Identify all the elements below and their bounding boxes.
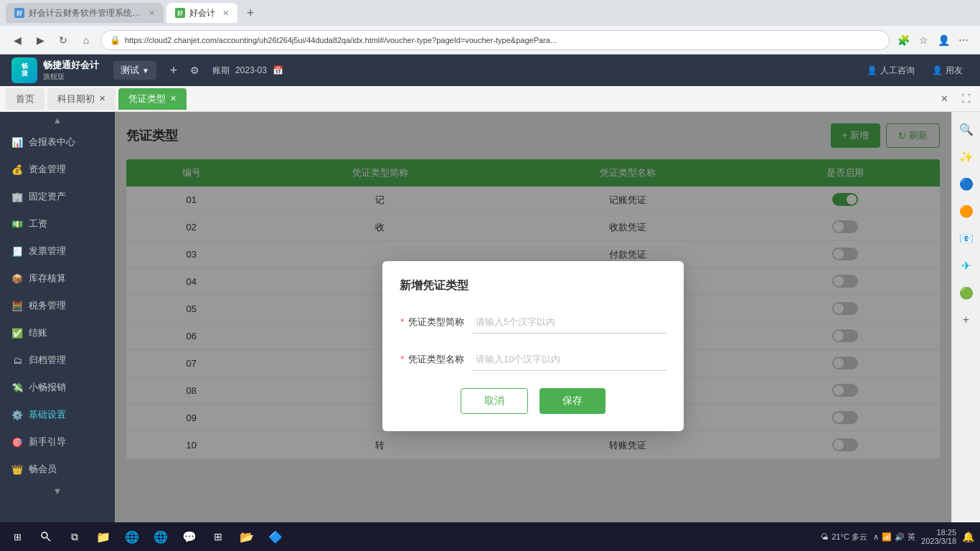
- right-icon-blue[interactable]: 🔵: [955, 172, 978, 195]
- company-name: 测试: [121, 64, 139, 77]
- taskbar-wechat[interactable]: 💬: [178, 525, 201, 548]
- taskbar-browser2[interactable]: 🔷: [264, 525, 287, 548]
- maximize-tab-btn[interactable]: ⛶: [957, 90, 974, 108]
- form-label-code: * 凭证类型简称: [400, 316, 464, 329]
- sidebar-scroll-down[interactable]: ▼: [0, 483, 115, 499]
- taskbar-edge[interactable]: 🌐: [149, 525, 172, 548]
- fund-icon: 💰: [11, 164, 23, 175]
- tab-close-1[interactable]: ✕: [149, 9, 155, 18]
- header-actions: + ⚙: [165, 62, 204, 79]
- tab-voucher-label: 凭证类型: [128, 93, 166, 105]
- lang-indicator: 英: [908, 532, 915, 542]
- sidebar-item-expense[interactable]: 💸 小畅报销: [0, 374, 115, 401]
- sidebar-item-settings-label: 基础设置: [29, 408, 66, 421]
- weather-icon: 🌤: [821, 532, 829, 541]
- sidebar-item-member[interactable]: 👑 畅会员: [0, 456, 115, 483]
- tab-close-2[interactable]: ✕: [222, 9, 229, 18]
- back-button[interactable]: ◀: [9, 32, 26, 49]
- logo-subtitle: 旗舰版: [43, 72, 99, 82]
- taskbar-task-view[interactable]: ⧉: [63, 525, 86, 548]
- taskbar-search[interactable]: [34, 525, 57, 548]
- sidebar-item-guide[interactable]: 🎯 新手引导: [0, 428, 115, 456]
- chevron-up-icon[interactable]: ∧: [873, 532, 879, 542]
- browser-tab-1[interactable]: 好 好会计云财务软件管理系统_会计 ✕: [6, 3, 164, 23]
- right-icon-search[interactable]: 🔍: [955, 118, 978, 141]
- form-input-name[interactable]: [473, 348, 666, 371]
- sidebar-item-fixed[interactable]: 🏢 固定资产: [0, 183, 115, 210]
- taskbar-explorer[interactable]: 📁: [92, 525, 115, 548]
- user-button[interactable]: 👤 用友: [926, 62, 969, 80]
- weather-display: 🌤 21°C 多云: [821, 532, 867, 542]
- tab-voucher-close[interactable]: ✕: [170, 94, 176, 103]
- sidebar-item-fund[interactable]: 💰 资金管理: [0, 156, 115, 183]
- cancel-button[interactable]: 取消: [461, 388, 528, 414]
- network-icon[interactable]: 📶: [882, 532, 892, 542]
- right-icon-outlook[interactable]: 📧: [955, 227, 978, 250]
- notification-icon[interactable]: 🔔: [962, 531, 974, 542]
- modal-dialog: 新增凭证类型 * 凭证类型简称 * 凭证类型名称 取消: [382, 261, 684, 431]
- address-text: https://cloud2.chanjet.com/accounting/uh…: [125, 36, 557, 44]
- taskbar-files[interactable]: 📂: [235, 525, 258, 548]
- taskbar-apps[interactable]: ⊞: [207, 525, 230, 548]
- forward-button[interactable]: ▶: [32, 32, 49, 49]
- save-button[interactable]: 保存: [540, 388, 606, 414]
- tab-subject-close[interactable]: ✕: [99, 94, 105, 103]
- sidebar-item-archive[interactable]: 🗂 归档管理: [0, 347, 115, 374]
- sidebar-item-reports[interactable]: 📊 会报表中心: [0, 128, 115, 156]
- header-add-btn[interactable]: +: [165, 62, 182, 79]
- new-tab-button[interactable]: +: [240, 3, 260, 23]
- start-button[interactable]: ⊞: [6, 525, 29, 548]
- sidebar-item-inventory[interactable]: 📦 库存核算: [0, 265, 115, 292]
- tab-bar: 好 好会计云财务软件管理系统_会计 ✕ 好 好会计 ✕ +: [0, 0, 980, 26]
- sidebar-item-tax[interactable]: 🧮 税务管理: [0, 292, 115, 319]
- refresh-button[interactable]: ↻: [55, 32, 72, 49]
- settings-icon[interactable]: ⋯: [956, 32, 971, 48]
- period-label: 账期: [212, 65, 230, 77]
- user-label: 用友: [946, 65, 963, 77]
- sidebar-item-fund-label: 资金管理: [29, 163, 66, 176]
- tab-home[interactable]: 首页: [6, 88, 44, 110]
- logo-title: 畅捷通好会计: [43, 59, 99, 72]
- header-icons: 👤 人工咨询 👤 用友: [861, 62, 969, 80]
- sidebar-scroll-up[interactable]: ▲: [0, 112, 115, 128]
- sidebar-item-fixed-label: 固定资产: [29, 190, 66, 203]
- date-text: 2023/3/18: [921, 537, 956, 545]
- form-input-code[interactable]: [473, 311, 666, 334]
- reports-icon: 📊: [11, 136, 23, 148]
- right-panel-add[interactable]: +: [955, 309, 978, 331]
- right-icon-green[interactable]: 🟢: [955, 281, 978, 304]
- company-selector[interactable]: 测试 ▼: [113, 61, 156, 80]
- tab-maximize-area: ✕ ⛶: [936, 90, 974, 108]
- time-text: 18:25: [921, 528, 956, 537]
- consult-icon: 👤: [867, 65, 877, 75]
- consult-button[interactable]: 👤 人工咨询: [861, 62, 920, 80]
- volume-icon[interactable]: 🔊: [895, 532, 905, 542]
- taskbar-chrome[interactable]: 🌐: [121, 525, 143, 548]
- member-icon: 👑: [11, 463, 23, 475]
- profile-icon[interactable]: 👤: [936, 32, 951, 48]
- bookmark-icon[interactable]: ☆: [915, 32, 931, 48]
- right-icon-star[interactable]: ✨: [955, 145, 978, 168]
- sidebar-item-salary-label: 工资: [29, 217, 47, 230]
- tab-voucher[interactable]: 凭证类型 ✕: [118, 88, 187, 110]
- home-button[interactable]: ⌂: [77, 32, 95, 49]
- weather-text: 21°C 多云: [831, 532, 867, 542]
- sidebar-item-salary[interactable]: 💵 工资: [0, 210, 115, 237]
- sidebar-item-settings[interactable]: ⚙️ 基础设置: [0, 401, 115, 428]
- period-area: 账期 2023-03 📅: [212, 65, 283, 77]
- header-gear-btn[interactable]: ⚙: [187, 62, 204, 79]
- content-area: 凭证类型 + 新增 ↻ 刷新 编号 凭证类型简称 凭证类型名称 是否启用: [115, 112, 951, 551]
- logo-icon: 畅捷: [11, 57, 37, 83]
- browser-tab-2[interactable]: 好 好会计 ✕: [166, 3, 237, 23]
- tab-subject[interactable]: 科目期初 ✕: [47, 88, 116, 110]
- minimize-tab-btn[interactable]: ✕: [936, 90, 953, 108]
- form-label-name: * 凭证类型名称: [400, 353, 464, 366]
- right-icon-orange[interactable]: 🟠: [955, 199, 978, 222]
- sidebar-item-invoice[interactable]: 🧾 发票管理: [0, 237, 115, 265]
- tab-favicon-2: 好: [175, 8, 185, 18]
- address-input[interactable]: 🔒 https://cloud2.chanjet.com/accounting/…: [100, 30, 890, 50]
- sidebar-item-tax-label: 税务管理: [29, 299, 66, 312]
- sidebar-item-checkout[interactable]: ✅ 结账: [0, 319, 115, 347]
- extensions-icon[interactable]: 🧩: [895, 32, 911, 48]
- right-icon-send[interactable]: ✈: [955, 254, 978, 277]
